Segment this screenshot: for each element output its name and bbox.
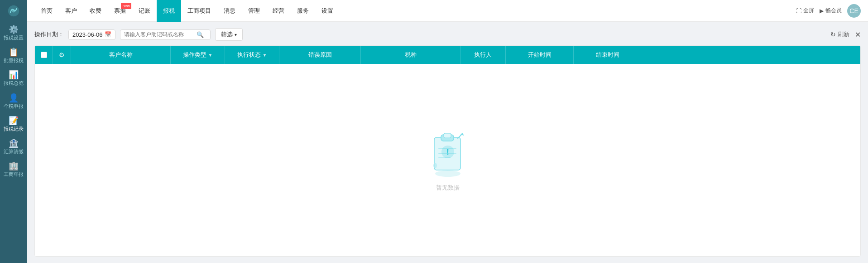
th-op-type[interactable]: 操作类型 ▼ xyxy=(171,46,225,64)
nav-baoshui[interactable]: 报税 xyxy=(157,0,181,22)
nav-shoufei[interactable]: 收费 xyxy=(83,0,108,22)
table-container: ⚙ 客户名称 操作类型 ▼ 执行状态 ▼ 错误原因 税种 xyxy=(34,45,861,257)
sidebar-item-label: 报税总览 xyxy=(4,80,24,86)
personal-tax-icon: 👤 xyxy=(9,94,19,102)
sidebar-item-geshui-shenbao[interactable]: 👤 个税申报 xyxy=(0,90,27,113)
svg-rect-5 xyxy=(444,133,451,138)
new-badge: new xyxy=(121,3,131,9)
topnav-right: ⛶ 全屏 ▶ 畅会员 CE xyxy=(796,4,861,18)
batch-tax-icon: 📋 xyxy=(9,48,19,56)
fullscreen-icon: ⛶ xyxy=(796,8,801,14)
record-icon: 📝 xyxy=(9,117,19,125)
sidebar-item-baoshui-jilu[interactable]: 📝 报税记录 xyxy=(0,113,27,136)
main-area: 首页 客户 收费 票据 new 记账 报税 工商项目 消息 管理 经营 xyxy=(27,0,868,263)
sidebar-item-label: 批量报税 xyxy=(4,58,24,63)
sidebar-item-gongshang-nianbao[interactable]: 🏢 工商年报 xyxy=(0,158,27,181)
filter-label: 筛选 xyxy=(221,30,233,39)
fullscreen-button[interactable]: ⛶ 全屏 xyxy=(796,7,814,15)
sidebar-item-baoshui-zonlan[interactable]: 📊 报税总览 xyxy=(0,67,27,90)
nav-shezhi[interactable]: 设置 xyxy=(315,0,340,22)
nav-xiaoxi[interactable]: 消息 xyxy=(217,0,242,22)
overview-icon: 📊 xyxy=(9,71,19,79)
nav-home[interactable]: 首页 xyxy=(34,0,59,22)
nav-piao[interactable]: 票据 new xyxy=(108,0,132,22)
empty-illustration: ! xyxy=(425,128,470,178)
svg-text:!: ! xyxy=(446,147,449,156)
empty-text: 暂无数据 xyxy=(436,184,460,192)
nav-jizhang[interactable]: 记账 xyxy=(132,0,157,22)
nav-guanli[interactable]: 管理 xyxy=(242,0,266,22)
nav-customer[interactable]: 客户 xyxy=(59,0,83,22)
th-exec-status[interactable]: 执行状态 ▼ xyxy=(225,46,279,64)
th-start-time: 开始时间 xyxy=(506,46,574,64)
refresh-button[interactable]: ↻ 刷新 xyxy=(830,30,849,39)
content-area: 操作日期： 2023-06-06 📅 🔍 筛选 ▾ ↻ 刷新 ✕ xyxy=(27,22,868,263)
settings-icon: ⚙️ xyxy=(9,25,19,34)
th-settings: ⚙ xyxy=(53,46,71,64)
member-button[interactable]: ▶ 畅会员 xyxy=(820,7,842,15)
select-all-checkbox[interactable] xyxy=(41,52,47,58)
sidebar-item-piliang-baoshui[interactable]: 📋 批量报税 xyxy=(0,44,27,67)
svg-point-2 xyxy=(435,170,460,177)
sidebar-item-label: 报税设置 xyxy=(4,35,24,41)
sidebar-item-huisuan-jiaona[interactable]: 🏦 汇算清缴 xyxy=(0,136,27,158)
svg-point-13 xyxy=(433,163,437,168)
filter-button[interactable]: 筛选 ▾ xyxy=(215,28,243,41)
avatar[interactable]: CE xyxy=(847,4,861,18)
table-header: ⚙ 客户名称 操作类型 ▼ 执行状态 ▼ 错误原因 税种 xyxy=(35,46,860,64)
column-settings-icon[interactable]: ⚙ xyxy=(59,51,65,58)
app-logo xyxy=(0,0,27,22)
svg-point-1 xyxy=(12,10,15,13)
sidebar-item-label: 工商年报 xyxy=(4,171,24,177)
nav-gongshang[interactable]: 工商项目 xyxy=(181,0,217,22)
th-client-name: 客户名称 xyxy=(71,46,171,64)
search-icon: 🔍 xyxy=(197,31,204,38)
sidebar-item-baoshui-shezhi[interactable]: ⚙️ 报税设置 xyxy=(0,22,27,44)
calendar-icon: 📅 xyxy=(105,31,111,38)
table-body: ! 暂无数据 xyxy=(35,64,860,256)
chevron-down-icon: ▾ xyxy=(235,32,237,37)
top-navigation: 首页 客户 收费 票据 new 记账 报税 工商项目 消息 管理 经营 xyxy=(27,0,868,22)
sidebar: ⚙️ 报税设置 📋 批量报税 📊 报税总览 👤 个税申报 📝 报税记录 🏦 汇算… xyxy=(0,0,27,263)
settlement-icon: 🏦 xyxy=(9,139,19,147)
annual-report-icon: 🏢 xyxy=(9,162,19,170)
sidebar-item-label: 个税申报 xyxy=(4,103,24,109)
th-tax-type: 税种 xyxy=(361,46,460,64)
toolbar-right: ↻ 刷新 ✕ xyxy=(830,30,861,39)
nav-jingying[interactable]: 经营 xyxy=(266,0,291,22)
nav-fuwu[interactable]: 服务 xyxy=(291,0,315,22)
date-label: 操作日期： xyxy=(34,30,64,39)
th-checkbox xyxy=(35,46,53,64)
search-wrap: 🔍 xyxy=(120,29,211,40)
sidebar-item-label: 汇算清缴 xyxy=(4,149,24,155)
refresh-icon: ↻ xyxy=(830,31,836,38)
sort-icon: ▼ xyxy=(263,53,267,58)
empty-state: ! 暂无数据 xyxy=(425,110,470,210)
search-input[interactable] xyxy=(124,31,197,38)
sidebar-item-label: 报税记录 xyxy=(4,126,24,132)
toolbar: 操作日期： 2023-06-06 📅 🔍 筛选 ▾ ↻ 刷新 ✕ xyxy=(34,28,861,41)
sort-icon: ▼ xyxy=(208,53,213,58)
close-button[interactable]: ✕ xyxy=(855,30,861,39)
date-input[interactable]: 2023-06-06 📅 xyxy=(68,29,115,40)
th-error-reason: 错误原因 xyxy=(279,46,361,64)
th-end-time: 结束时间 xyxy=(574,46,642,64)
member-icon: ▶ xyxy=(820,8,824,14)
th-executor: 执行人 xyxy=(460,46,506,64)
